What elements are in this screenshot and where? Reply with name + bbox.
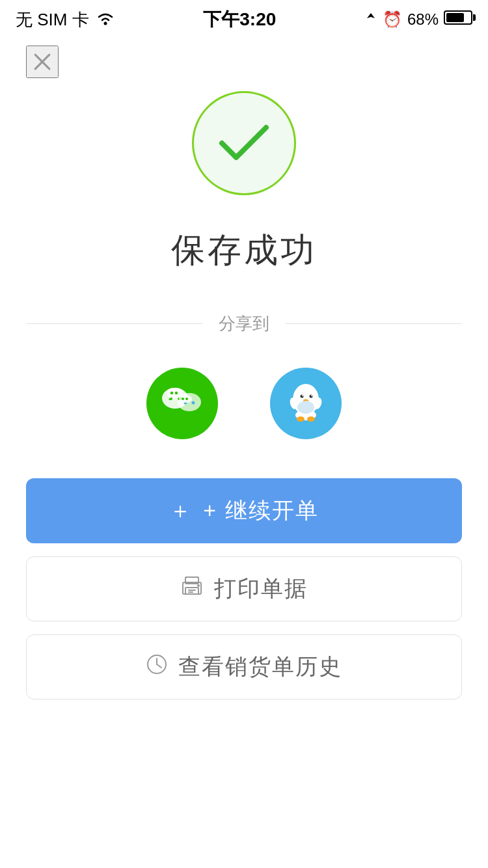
clock-icon <box>146 653 168 681</box>
battery-icon <box>444 10 472 29</box>
qq-icon <box>285 381 327 426</box>
wechat-icon <box>161 385 204 422</box>
share-icons-row <box>146 368 342 439</box>
history-button[interactable]: 查看销货单历史 <box>26 634 462 699</box>
svg-point-15 <box>297 416 305 422</box>
svg-point-11 <box>182 398 184 400</box>
action-buttons: ＋ + 继续开单 打印单据 <box>0 478 488 699</box>
battery-percent: 68% <box>407 10 439 29</box>
svg-line-35 <box>157 664 161 668</box>
continue-order-label: + 继续开单 <box>203 496 318 526</box>
svg-point-10 <box>175 392 178 394</box>
svg-rect-30 <box>188 590 196 591</box>
location-icon <box>364 10 377 29</box>
main-content: 保存成功 分享到 <box>0 39 488 699</box>
status-right: ⏰ 68% <box>364 10 472 29</box>
svg-point-9 <box>170 392 173 394</box>
status-left: 无 SIM 卡 <box>16 8 115 31</box>
print-button[interactable]: 打印单据 <box>26 556 462 621</box>
share-divider: 分享到 <box>0 312 488 335</box>
qq-share-button[interactable] <box>270 368 342 439</box>
success-title: 保存成功 <box>171 228 317 273</box>
sim-status: 无 SIM 卡 <box>16 8 89 31</box>
svg-point-16 <box>307 416 315 422</box>
wechat-share-button[interactable] <box>146 368 218 439</box>
wifi-icon <box>96 10 115 30</box>
svg-point-24 <box>297 401 314 414</box>
alarm-icon: ⏰ <box>383 10 402 29</box>
divider-right <box>285 323 462 324</box>
divider-left <box>26 323 203 324</box>
history-label: 查看销货单历史 <box>178 652 342 682</box>
plus-icon: ＋ <box>169 496 193 526</box>
close-icon <box>31 50 54 74</box>
svg-point-21 <box>302 395 303 396</box>
close-button[interactable] <box>26 46 59 78</box>
print-label: 打印单据 <box>214 574 308 604</box>
share-label: 分享到 <box>203 312 285 335</box>
status-time: 下午3:20 <box>203 7 276 32</box>
share-section: 分享到 <box>0 312 488 439</box>
svg-point-22 <box>311 395 312 396</box>
continue-order-button[interactable]: ＋ + 继续开单 <box>26 478 462 543</box>
status-bar: 无 SIM 卡 下午3:20 ⏰ 68% <box>0 0 488 39</box>
svg-point-8 <box>192 401 195 405</box>
success-icon-circle <box>192 91 296 195</box>
svg-point-0 <box>103 21 107 25</box>
svg-point-12 <box>185 398 188 400</box>
svg-rect-31 <box>188 591 193 593</box>
printer-icon <box>180 576 204 602</box>
checkmark-icon <box>218 124 270 163</box>
svg-point-20 <box>310 395 313 398</box>
svg-point-32 <box>197 584 200 587</box>
svg-point-19 <box>301 395 304 398</box>
